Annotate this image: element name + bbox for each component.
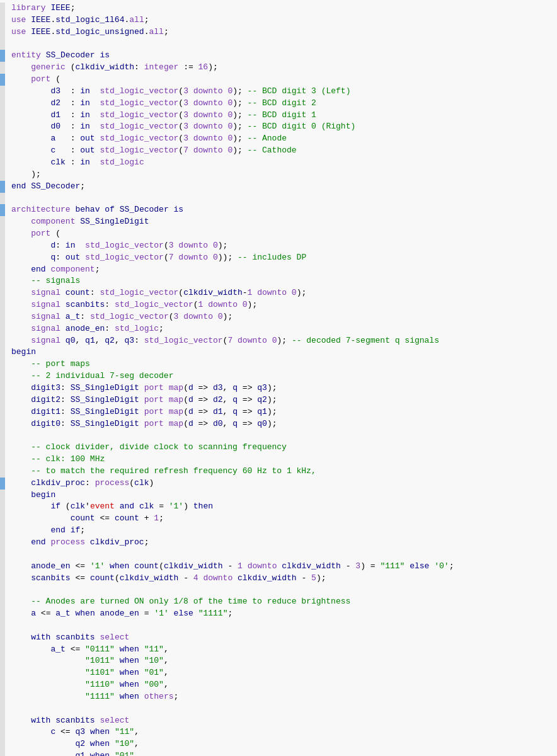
gutter-marker — [0, 608, 5, 620]
code-content: -- clk: 100 MHz — [8, 454, 105, 466]
code-content: q2 when "10", — [8, 738, 139, 750]
code-line — [0, 703, 557, 715]
gutter-marker — [0, 667, 5, 679]
code-line: d2 : in std_logic_vector(3 downto 0); --… — [0, 98, 557, 110]
gutter-marker — [0, 193, 5, 205]
gutter-marker — [0, 490, 5, 501]
code-content: a <= a_t when anode_en = '1' else "1111"… — [8, 608, 233, 620]
code-content: c <= q3 when "11", — [8, 726, 139, 738]
gutter-marker — [0, 478, 5, 490]
code-content: signal anode_en: std_logic; — [8, 323, 164, 335]
gutter-marker — [0, 525, 5, 537]
code-line — [0, 549, 557, 561]
gutter-marker — [0, 145, 5, 157]
code-content: "1011" when "10", — [8, 655, 169, 667]
code-content — [8, 193, 16, 205]
code-content: generic (clkdiv_width: integer := 16); — [8, 62, 218, 74]
gutter-marker — [0, 287, 5, 299]
code-line: scanbits <= count(clkdiv_width - 4 downt… — [0, 573, 557, 585]
code-content: use IEEE.std_logic_1l64.all; — [8, 14, 149, 26]
gutter-marker — [0, 418, 5, 430]
code-content: q1 when "01", — [8, 750, 139, 756]
code-content: -- Anodes are turned ON only 1/8 of the … — [8, 596, 350, 608]
gutter-marker — [0, 50, 5, 62]
code-line: port ( — [0, 228, 557, 240]
code-content: -- clock divider, divide clock to scanni… — [8, 442, 287, 454]
code-line: port ( — [0, 74, 557, 86]
code-content: library IEEE; — [8, 3, 75, 14]
gutter-marker — [0, 679, 5, 691]
gutter-marker — [0, 691, 5, 703]
code-content: end if; — [8, 525, 85, 537]
code-content: signal q0, q1, q2, q3: std_logic_vector(… — [8, 335, 439, 347]
code-content: with scanbits select — [8, 715, 129, 727]
code-content: digit1: SS_SingleDigit port map(d => d1,… — [8, 406, 277, 418]
code-line: signal count: std_logic_vector(clkdiv_wi… — [0, 287, 557, 299]
gutter-marker — [0, 537, 5, 549]
code-content: ); — [8, 169, 41, 181]
code-line — [0, 38, 557, 50]
code-line: a <= a_t when anode_en = '1' else "1111"… — [0, 608, 557, 620]
code-content: "1111" when others; — [8, 691, 178, 703]
gutter-marker — [0, 513, 5, 525]
gutter-marker — [0, 632, 5, 644]
code-line: -- port maps — [0, 358, 557, 370]
code-content: port ( — [8, 74, 60, 86]
code-editor: library IEEE; use IEEE.std_logic_1l64.al… — [0, 0, 557, 756]
code-content: d1 : in std_logic_vector(3 downto 0); --… — [8, 110, 316, 122]
code-line: component SS_SingleDigit — [0, 216, 557, 228]
code-content: use IEEE.std_logic_unsigned.all; — [8, 26, 169, 38]
code-line: end component; — [0, 264, 557, 276]
code-content: c : out std_logic_vector(7 downto 0); --… — [8, 145, 297, 157]
code-line: entity SS_Decoder is — [0, 50, 557, 62]
code-line: clk : in std_logic — [0, 157, 557, 169]
code-line: "1101" when "01", — [0, 667, 557, 679]
gutter-marker — [0, 110, 5, 122]
code-content: signal a_t: std_logic_vector(3 downto 0)… — [8, 311, 233, 323]
gutter-marker — [0, 121, 5, 133]
code-line: ); — [0, 169, 557, 181]
gutter-marker — [0, 169, 5, 181]
gutter-marker — [0, 275, 5, 287]
code-line: architecture behav of SS_Decoder is — [0, 204, 557, 216]
code-content: clk : in std_logic — [8, 157, 144, 169]
code-content: "1101" when "01", — [8, 667, 169, 679]
code-content: d0 : in std_logic_vector(3 downto 0); --… — [8, 121, 355, 133]
code-line: count <= count + 1; — [0, 513, 557, 525]
code-content — [8, 430, 16, 442]
gutter-marker — [0, 454, 5, 466]
gutter-marker — [0, 228, 5, 240]
code-line: -- to match the required refresh frequen… — [0, 466, 557, 478]
code-line: begin — [0, 490, 557, 501]
code-line: c <= q3 when "11", — [0, 726, 557, 738]
gutter-marker — [0, 323, 5, 335]
gutter-marker — [0, 240, 5, 252]
code-content: anode_en <= '1' when count(clkdiv_width … — [8, 561, 454, 573]
code-content: with scanbits select — [8, 632, 129, 644]
code-content: signal scanbits: std_logic_vector(1 down… — [8, 299, 257, 311]
code-line: begin — [0, 346, 557, 358]
code-line: generic (clkdiv_width: integer := 16); — [0, 62, 557, 74]
code-content — [8, 703, 16, 715]
code-content: if (clk'event and clk = '1') then — [8, 501, 213, 513]
code-line: digit1: SS_SingleDigit port map(d => d1,… — [0, 406, 557, 418]
code-line: -- clk: 100 MHz — [0, 454, 557, 466]
gutter-marker — [0, 715, 5, 727]
gutter-marker — [0, 98, 5, 110]
gutter-marker — [0, 252, 5, 264]
gutter-marker — [0, 549, 5, 561]
code-line: d0 : in std_logic_vector(3 downto 0); --… — [0, 121, 557, 133]
gutter-marker — [0, 750, 5, 756]
gutter-marker — [0, 430, 5, 442]
code-line: digit2: SS_SingleDigit port map(d => d2,… — [0, 394, 557, 406]
code-content — [8, 620, 16, 632]
code-content: count <= count + 1; — [8, 513, 164, 525]
gutter-marker — [0, 38, 5, 50]
gutter-marker — [0, 703, 5, 715]
code-content: d: in std_logic_vector(3 downto 0); — [8, 240, 227, 252]
gutter-marker — [0, 726, 5, 738]
gutter-marker — [0, 216, 5, 228]
gutter-marker — [0, 62, 5, 74]
code-line: end process clkdiv_proc; — [0, 537, 557, 549]
code-content: end process clkdiv_proc; — [8, 537, 149, 549]
